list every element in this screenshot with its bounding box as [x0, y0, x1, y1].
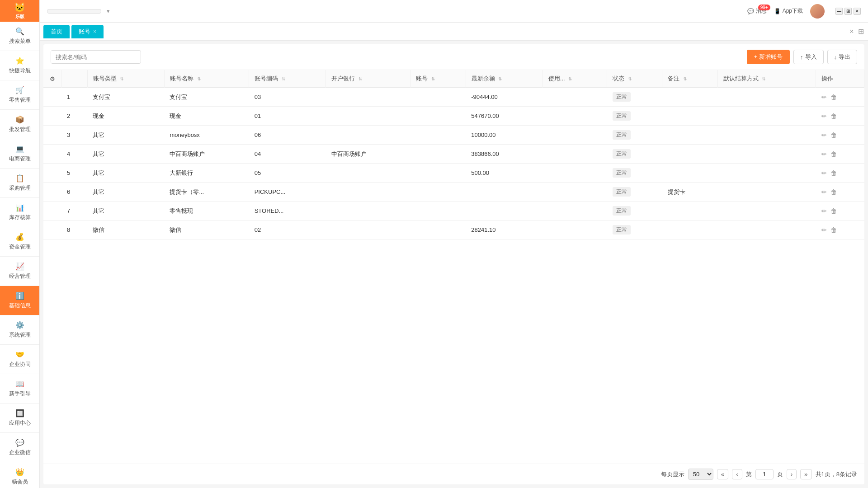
cell-status: 正常 [607, 88, 662, 107]
app-download-button[interactable]: 📱 App下载 [774, 7, 803, 15]
status-badge: 正常 [613, 149, 631, 159]
messages-badge: 99+ [758, 5, 770, 10]
header-dropdown-icon[interactable]: ▾ [107, 8, 110, 14]
cell-index: 7 [61, 202, 87, 221]
edit-icon[interactable]: ✏ [821, 207, 827, 215]
table-row: 3 其它 moneybosx 06 10000.00 正常 ✏ 🗑 [43, 126, 864, 145]
col-remark[interactable]: 备注 ⇅ [662, 70, 717, 88]
prev-page-button[interactable]: ‹ [732, 469, 742, 479]
cell-balance: -90444.00 [466, 88, 542, 107]
tab-bar-close[interactable]: × [848, 28, 855, 35]
edit-icon[interactable]: ✏ [821, 113, 827, 120]
col-usage[interactable]: 使用... ⇅ [542, 70, 607, 88]
last-page-button[interactable]: » [800, 469, 811, 479]
top-header: ▾ 💬 消息 99+ 📱 App下载 — ⊞ × [40, 0, 868, 23]
cell-remark [662, 126, 717, 145]
first-page-button[interactable]: « [717, 469, 728, 479]
page-input[interactable] [755, 469, 774, 479]
cell-name: 中百商场账户 [164, 145, 249, 164]
sidebar-item-inventory[interactable]: 📊库存核算 [0, 198, 39, 227]
tab-account-close[interactable]: × [93, 28, 96, 35]
minimize-button[interactable]: — [835, 8, 843, 15]
import-button[interactable]: ↑ 导入 [793, 50, 824, 64]
delete-icon[interactable]: 🗑 [830, 113, 837, 120]
col-name[interactable]: 账号名称 ⇅ [164, 70, 249, 88]
edit-icon[interactable]: ✏ [821, 94, 827, 101]
tab-home[interactable]: 首页 [43, 25, 70, 38]
edit-icon[interactable]: ✏ [821, 226, 827, 234]
edit-icon[interactable]: ✏ [821, 150, 827, 158]
search-button[interactable]: 🔍 [136, 51, 141, 63]
sidebar-item-search[interactable]: 🔍搜索菜单 [0, 22, 39, 51]
close-button[interactable]: × [854, 8, 861, 15]
sidebar-item-app-center[interactable]: 🔲应用中心 [0, 404, 39, 433]
tab-bar-expand[interactable]: ⊞ [857, 28, 864, 35]
sidebar-item-wholesale[interactable]: 📦批发管理 [0, 110, 39, 139]
delete-icon[interactable]: 🗑 [830, 207, 837, 215]
delete-icon[interactable]: 🗑 [830, 131, 837, 139]
sidebar-item-retail[interactable]: 🛒零售管理 [0, 80, 39, 110]
col-index [61, 70, 87, 88]
sidebar-item-finance[interactable]: 💰资金管理 [0, 227, 39, 257]
add-account-button[interactable]: + 新增账号 [747, 50, 790, 64]
col-account[interactable]: 账号 ⇅ [410, 70, 466, 88]
delete-icon[interactable]: 🗑 [830, 94, 837, 101]
edit-icon[interactable]: ✏ [821, 131, 827, 139]
col-actions: 操作 [816, 70, 864, 88]
sidebar-item-agreement[interactable]: 🤝企业协同 [0, 345, 39, 374]
col-type[interactable]: 账号类型 ⇅ [87, 70, 164, 88]
finance-icon: 💰 [4, 233, 36, 241]
col-status[interactable]: 状态 ⇅ [607, 70, 662, 88]
next-page-button[interactable]: › [787, 469, 797, 479]
col-settings[interactable]: ⚙ [43, 70, 61, 88]
edit-icon[interactable]: ✏ [821, 188, 827, 196]
delete-icon[interactable]: 🗑 [830, 169, 837, 177]
cell-gear [43, 183, 61, 202]
page-size-select[interactable]: 50 100 200 [688, 469, 713, 480]
cell-type: 其它 [87, 164, 164, 183]
delete-icon[interactable]: 🗑 [830, 226, 837, 234]
cell-actions: ✏ 🗑 [816, 183, 864, 202]
sidebar-item-wechat[interactable]: 💬企业微信 [0, 433, 39, 462]
sidebar-item-basic[interactable]: ℹ️基础信息 [0, 286, 39, 315]
search-icon: 🔍 [4, 27, 36, 36]
col-code[interactable]: 账号编码 ⇅ [249, 70, 326, 88]
export-label: 导出 [839, 53, 850, 61]
status-badge: 正常 [613, 225, 631, 235]
sidebar-item-vip[interactable]: 👑畅会员 [0, 462, 39, 488]
cell-balance [466, 202, 542, 221]
col-balance[interactable]: 最新余额 ⇅ [466, 70, 542, 88]
import-label: 导入 [805, 53, 817, 61]
cell-type: 其它 [87, 145, 164, 164]
cell-gear [43, 164, 61, 183]
export-button[interactable]: ↓ 导出 [827, 50, 858, 64]
maximize-button[interactable]: ⊞ [844, 8, 852, 15]
edit-icon[interactable]: ✏ [821, 169, 827, 177]
sidebar-item-guide[interactable]: 📖新手引导 [0, 374, 39, 404]
sidebar-item-quick[interactable]: ⭐快捷导航 [0, 51, 39, 80]
delete-icon[interactable]: 🗑 [830, 188, 837, 196]
cell-gear [43, 126, 61, 145]
delete-icon[interactable]: 🗑 [830, 150, 837, 158]
search-input[interactable] [51, 51, 136, 63]
cell-account [410, 183, 466, 202]
col-settlement[interactable]: 默认结算方式 ⇅ [717, 70, 816, 88]
sidebar-item-ecommerce[interactable]: 💻电商管理 [0, 139, 39, 169]
cell-code: STORED... [249, 202, 326, 221]
cell-bank [326, 88, 410, 107]
status-badge: 正常 [613, 111, 631, 121]
col-bank[interactable]: 开户银行 ⇅ [326, 70, 410, 88]
tab-account[interactable]: 账号 × [71, 25, 104, 38]
cell-remark [662, 221, 717, 239]
sidebar-item-purchase[interactable]: 📋采购管理 [0, 169, 39, 198]
sidebar-item-system[interactable]: ⚙️系统管理 [0, 315, 39, 345]
header-search[interactable] [47, 9, 101, 14]
sidebar-item-operations[interactable]: 📈经营管理 [0, 257, 39, 286]
status-badge: 正常 [613, 92, 631, 102]
avatar[interactable] [810, 4, 825, 19]
cell-bank [326, 107, 410, 126]
messages-button[interactable]: 💬 消息 99+ [747, 7, 767, 15]
status-badge: 正常 [613, 130, 631, 140]
app-icon: 📱 [774, 8, 781, 14]
cell-actions: ✏ 🗑 [816, 202, 864, 221]
